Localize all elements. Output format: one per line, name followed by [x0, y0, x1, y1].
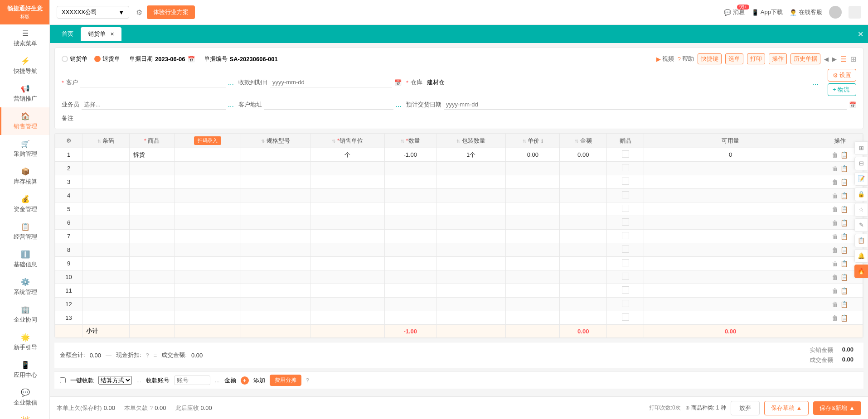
- row-pkg-qty[interactable]: [436, 243, 506, 257]
- row-pkg-qty[interactable]: [436, 298, 506, 311]
- row-amount[interactable]: [560, 257, 607, 270]
- shortcut-action[interactable]: 快捷键: [698, 53, 722, 64]
- add-payment-button[interactable]: +: [241, 376, 249, 385]
- row-gift[interactable]: [607, 284, 644, 298]
- gift-checkbox[interactable]: [622, 313, 629, 321]
- row-gift[interactable]: [607, 189, 644, 202]
- row-qty[interactable]: [384, 243, 436, 257]
- row-spec[interactable]: [241, 216, 310, 230]
- sidebar-item-app-center[interactable]: 📱 应用中心: [0, 356, 49, 384]
- row-spec[interactable]: [241, 284, 310, 298]
- avatar[interactable]: [829, 6, 842, 19]
- row-copy-icon[interactable]: 📋: [840, 192, 848, 199]
- save-new-button[interactable]: 保存&新增 ▲: [813, 401, 861, 415]
- row-delete-icon[interactable]: 🗑: [832, 178, 838, 186]
- abandon-button[interactable]: 放弃: [731, 401, 760, 415]
- row-price[interactable]: [506, 270, 560, 284]
- row-gift[interactable]: [607, 148, 644, 162]
- sidebar-item-enterprise-wx[interactable]: 💬 企业微信: [0, 384, 49, 411]
- payment-due-calendar-icon[interactable]: 📅: [394, 79, 402, 86]
- row-product[interactable]: [130, 311, 175, 325]
- row-pkg-qty[interactable]: 1个: [436, 148, 506, 162]
- row-pkg-qty[interactable]: [436, 284, 506, 298]
- row-spec[interactable]: [241, 148, 310, 162]
- sidebar-item-capital-mgmt[interactable]: 💰 资金管理: [0, 190, 49, 218]
- gift-checkbox[interactable]: [622, 205, 629, 212]
- row-barcode[interactable]: [82, 148, 130, 162]
- row-delete-icon[interactable]: 🗑: [832, 219, 838, 226]
- row-delete-icon[interactable]: 🗑: [832, 301, 838, 308]
- gift-checkbox[interactable]: [622, 178, 629, 185]
- row-amount[interactable]: [560, 270, 607, 284]
- row-barcode[interactable]: [82, 216, 130, 230]
- row-delete-icon[interactable]: 🗑: [832, 314, 838, 322]
- tab-close-icon[interactable]: ✕: [110, 31, 114, 37]
- row-product[interactable]: [130, 189, 175, 202]
- float-btn-5[interactable]: ☆: [854, 203, 868, 217]
- customer-addr-dots-icon[interactable]: ...: [396, 101, 402, 109]
- one-click-payment-checkbox[interactable]: [60, 377, 66, 383]
- row-spec[interactable]: [241, 202, 310, 216]
- customer-input[interactable]: [80, 77, 226, 87]
- row-delete-icon[interactable]: 🗑: [832, 165, 838, 172]
- salesperson-dots-icon[interactable]: ...: [228, 101, 234, 109]
- row-product[interactable]: [130, 298, 175, 311]
- online-service-button[interactable]: 👨‍💼 在线客服: [790, 8, 822, 16]
- gift-checkbox[interactable]: [622, 300, 629, 307]
- sidebar-item-basic-info[interactable]: ℹ️ 基础信息: [0, 246, 49, 273]
- save-draft-button[interactable]: 保存草稿 ▲: [764, 401, 809, 415]
- row-copy-icon[interactable]: 📋: [840, 287, 848, 294]
- row-pkg-qty[interactable]: [436, 270, 506, 284]
- expense-split-button[interactable]: 费用分摊: [270, 375, 301, 386]
- payment-due-input[interactable]: [270, 77, 392, 87]
- row-qty[interactable]: [384, 230, 436, 243]
- gift-checkbox[interactable]: [622, 218, 629, 226]
- row-spec[interactable]: [241, 162, 310, 175]
- sidebar-item-member[interactable]: 👑 畅会员: [0, 411, 49, 419]
- sidebar-item-purchase-mgmt[interactable]: 🛒 采购管理: [0, 135, 49, 163]
- tab-sales-order[interactable]: 销货单 ✕: [81, 27, 121, 41]
- row-pkg-qty[interactable]: [436, 202, 506, 216]
- row-copy-icon[interactable]: 📋: [840, 219, 848, 226]
- row-qty[interactable]: [384, 284, 436, 298]
- row-pkg-qty[interactable]: [436, 162, 506, 175]
- row-unit[interactable]: [310, 162, 384, 175]
- row-gift[interactable]: [607, 298, 644, 311]
- row-barcode[interactable]: [82, 202, 130, 216]
- cash-discount-help-icon[interactable]: ?: [146, 352, 149, 359]
- float-btn-7[interactable]: 📋: [854, 234, 868, 247]
- grid-view-icon[interactable]: ⊞: [850, 55, 856, 63]
- row-amount[interactable]: [560, 284, 607, 298]
- customer-addr-input[interactable]: [264, 100, 393, 110]
- row-barcode[interactable]: [82, 311, 130, 325]
- row-gift[interactable]: [607, 175, 644, 189]
- float-btn-8[interactable]: 🔔: [854, 249, 868, 263]
- row-product[interactable]: [130, 257, 175, 270]
- row-delete-icon[interactable]: 🗑: [832, 246, 838, 254]
- row-price[interactable]: [506, 162, 560, 175]
- sidebar-item-system-mgmt[interactable]: ⚙️ 系统管理: [0, 273, 49, 301]
- row-copy-icon[interactable]: 📋: [840, 233, 848, 240]
- row-unit[interactable]: [310, 189, 384, 202]
- row-product[interactable]: [130, 175, 175, 189]
- row-unit[interactable]: [310, 216, 384, 230]
- row-barcode[interactable]: [82, 243, 130, 257]
- row-pkg-qty[interactable]: [436, 230, 506, 243]
- row-unit[interactable]: [310, 202, 384, 216]
- float-btn-1[interactable]: ⊞: [854, 141, 868, 155]
- gift-checkbox[interactable]: [622, 246, 629, 253]
- row-qty[interactable]: -1.00: [384, 148, 436, 162]
- customer-dots-icon[interactable]: ...: [228, 78, 234, 87]
- row-delete-icon[interactable]: 🗑: [832, 274, 838, 281]
- row-barcode[interactable]: [82, 230, 130, 243]
- row-barcode[interactable]: [82, 284, 130, 298]
- gift-checkbox[interactable]: [622, 191, 629, 198]
- row-unit[interactable]: [310, 257, 384, 270]
- float-btn-3[interactable]: 📝: [854, 172, 868, 186]
- message-button[interactable]: 💬 消息 99+: [724, 8, 745, 16]
- radio-sales[interactable]: 销货单: [62, 55, 87, 63]
- row-unit[interactable]: [310, 311, 384, 325]
- row-gift[interactable]: [607, 243, 644, 257]
- notes-input[interactable]: [76, 113, 856, 123]
- gift-checkbox[interactable]: [622, 150, 629, 158]
